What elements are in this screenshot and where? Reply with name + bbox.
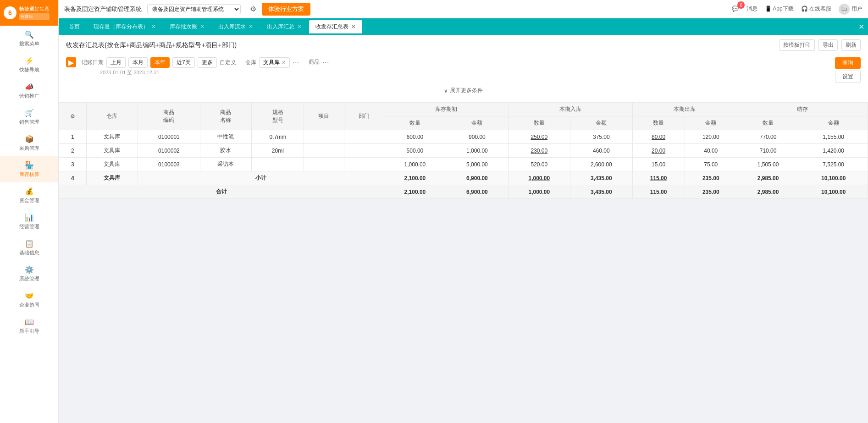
- cell-warehouse: 文具库: [86, 144, 138, 158]
- cell-goods-name: 中性笔: [200, 130, 252, 144]
- query-btn[interactable]: 查询: [835, 57, 861, 69]
- sub-bal-qty: 2,985.00: [737, 171, 799, 185]
- messages-btn[interactable]: 💬 6 消息: [732, 5, 757, 13]
- tab-close-flow[interactable]: ✕: [249, 23, 253, 30]
- cell-in-qty[interactable]: 250.00: [508, 130, 570, 144]
- th-in: 本期入库: [508, 103, 632, 116]
- system-name: 装备及固定资产辅助管理系统: [64, 5, 142, 13]
- footer-in-amt: 3,435.00: [570, 185, 632, 199]
- cell-dept: [344, 130, 384, 144]
- cell-out-qty[interactable]: 80.00: [632, 130, 685, 144]
- sidebar-item-finance[interactable]: 💰 资金管理: [0, 182, 58, 209]
- warehouse-tag: 文具库 ✕: [259, 57, 290, 68]
- cell-open-qty: 1,000.00: [384, 158, 446, 171]
- th-goods-spec: 规格型号: [252, 103, 304, 130]
- cell-in-amt: 375.00: [570, 130, 632, 144]
- cell-bal-qty: 710.00: [737, 144, 799, 158]
- filter-toggle-btn[interactable]: ▶: [66, 57, 76, 67]
- cell-open-qty: 600.00: [384, 130, 446, 144]
- tab-batch[interactable]: 库存批次账 ✕: [163, 20, 211, 33]
- guide-icon: 📖: [25, 318, 34, 326]
- settings-btn[interactable]: 设置: [835, 71, 861, 83]
- sidebar-item-marketing[interactable]: 📣 营销推广: [0, 78, 58, 104]
- print-btn[interactable]: 按模板打印: [779, 39, 815, 51]
- sidebar: 6 畅捷通好生意 标准版 🔍 搜索菜单 ⚡ 快捷导航 📣 营销推广 🛒 销售管理…: [0, 0, 59, 423]
- warehouse-more[interactable]: ···: [293, 58, 299, 67]
- tab-recv-send[interactable]: 收发存汇总表 ✕: [309, 20, 362, 33]
- sidebar-item-operations[interactable]: 📊 经营管理: [0, 209, 58, 235]
- tab-home[interactable]: 首页: [62, 20, 86, 33]
- sidebar-item-search[interactable]: 🔍 搜索菜单: [0, 26, 58, 52]
- warehouse-tag-close[interactable]: ✕: [282, 60, 286, 66]
- cell-bal-qty: 770.00: [737, 130, 799, 144]
- th-bal-amt: 金额: [799, 116, 868, 130]
- goods-more[interactable]: ···: [322, 57, 329, 67]
- trial-btn[interactable]: 体验行业方案: [262, 3, 310, 16]
- cell-out-amt: 120.00: [685, 130, 737, 144]
- th-bal-qty: 数量: [737, 116, 799, 130]
- date-label: 记账日期: [82, 59, 104, 66]
- footer-out-qty: 115.00: [632, 185, 685, 199]
- sidebar-item-basic[interactable]: 📋 基础信息: [0, 235, 58, 261]
- th-in-amt: 金额: [570, 116, 632, 130]
- message-badge: 6: [737, 1, 745, 9]
- cell-out-qty[interactable]: 20.00: [632, 144, 685, 158]
- cell-project: [304, 130, 344, 144]
- cell-bal-qty: 1,505.00: [737, 158, 799, 171]
- footer-out-amt: 235.00: [685, 185, 737, 199]
- sidebar-item-system[interactable]: ⚙️ 系统管理: [0, 261, 58, 287]
- filter-main: ▶ 记账日期 上月 本月 本年 近7天 更多 自定义: [66, 57, 861, 83]
- expand-more-btn[interactable]: ∨ 展开更多条件: [68, 85, 859, 96]
- cell-goods-code: 0100002: [138, 144, 200, 158]
- settings-icon[interactable]: ⚙: [250, 5, 256, 13]
- app-download-btn[interactable]: 📱 App下载: [765, 5, 794, 13]
- footer-open-amt: 6,900.00: [446, 185, 508, 199]
- sidebar-item-collab[interactable]: 🤝 企业协同: [0, 287, 58, 313]
- tab-close-batch[interactable]: ✕: [200, 23, 205, 30]
- page-header: 收发存汇总表(按仓库+商品编码+商品+规格型号+项目+部门) 按模板打印 导出 …: [59, 35, 868, 54]
- tab-close-summary[interactable]: ✕: [297, 23, 302, 30]
- sub-out-qty[interactable]: 115.00: [632, 171, 685, 185]
- date-btn-this-year[interactable]: 本年: [150, 57, 170, 68]
- tab-close-stock-dist[interactable]: ✕: [151, 23, 156, 30]
- tab-bar: 首页 现存量（库存分布表） ✕ 库存批次账 ✕ 出入库流水 ✕ 出入库汇总 ✕ …: [59, 18, 868, 35]
- date-filter: 记账日期 上月 本月 本年 近7天 更多 自定义 2023-01-01 至 20…: [82, 57, 236, 76]
- sidebar-item-purchase[interactable]: 📦 采购管理: [0, 130, 58, 156]
- export-btn[interactable]: 导出: [818, 39, 838, 51]
- headset-icon: 🎧: [801, 5, 808, 12]
- tab-close-recv-send[interactable]: ✕: [351, 23, 356, 30]
- table-wrap: ⚙ 仓库 商品编码 商品名称 规格型号 项目 部门 库存期初 本期入库 本期出库…: [59, 102, 868, 199]
- cell-project: [304, 144, 344, 158]
- sidebar-item-guide[interactable]: 📖 新手引导: [0, 313, 58, 339]
- sub-warehouse: 文具库: [86, 171, 138, 185]
- th-dept: 部门: [344, 103, 384, 130]
- date-btn-more[interactable]: 更多: [198, 57, 217, 68]
- date-btn-7days[interactable]: 近7天: [172, 57, 195, 68]
- online-service-btn[interactable]: 🎧 在线客服: [801, 5, 831, 13]
- cell-in-qty[interactable]: 520.00: [508, 158, 570, 171]
- date-btn-prev-month[interactable]: 上月: [106, 57, 126, 68]
- tab-stock-dist[interactable]: 现存量（库存分布表） ✕: [87, 20, 162, 33]
- expand-chevron-icon: ∨: [444, 88, 448, 94]
- tab-flow[interactable]: 出入库流水 ✕: [212, 20, 260, 33]
- table-footer: 合计 2,100.00 6,900.00 1,000.00 3,435.00 1…: [59, 185, 868, 199]
- user-menu[interactable]: Ea 用户: [839, 4, 862, 15]
- system-selector[interactable]: 装备及固定资产辅助管理系统: [147, 4, 241, 14]
- cell-goods-name: 采访本: [200, 158, 252, 171]
- close-all-tabs[interactable]: ✕: [858, 22, 864, 31]
- refresh-btn[interactable]: 刷新: [841, 39, 861, 51]
- sub-in-qty[interactable]: 1,000.00: [508, 171, 570, 185]
- tab-summary[interactable]: 出入库汇总 ✕: [260, 20, 308, 33]
- cell-out-qty[interactable]: 15.00: [632, 158, 685, 171]
- sidebar-item-sales[interactable]: 🛒 销售管理: [0, 104, 58, 130]
- cell-in-qty[interactable]: 230.00: [508, 144, 570, 158]
- quick-icon: ⚡: [25, 56, 34, 65]
- filter-section: ▶ 记账日期 上月 本月 本年 近7天 更多 自定义: [59, 54, 868, 102]
- cell-open-amt: 900.00: [446, 130, 508, 144]
- sidebar-item-inventory[interactable]: 🏪 库存核算: [0, 156, 58, 182]
- date-btn-this-month[interactable]: 本月: [128, 57, 148, 68]
- sidebar-item-quick[interactable]: ⚡ 快捷导航: [0, 52, 58, 78]
- th-gear[interactable]: ⚙: [59, 103, 87, 130]
- custom-date-label: 自定义: [220, 59, 236, 66]
- phone-icon: 📱: [765, 5, 772, 12]
